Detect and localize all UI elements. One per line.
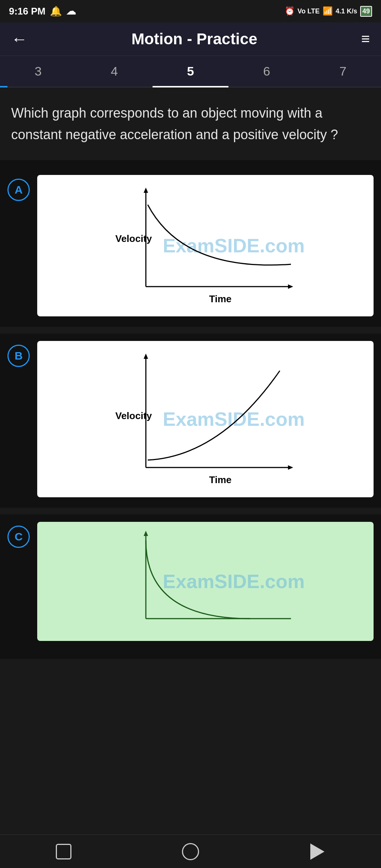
tab-bar: 3 4 5 6 7: [0, 56, 381, 87]
alarm-clock-icon: ⏰: [285, 6, 295, 16]
app-header: ← Motion - Practice ≡: [0, 22, 381, 56]
battery-icon: 49: [360, 6, 372, 17]
question-section: Which graph corresponds to an object mov…: [0, 87, 381, 160]
square-icon: [56, 844, 71, 859]
tab-5[interactable]: 5: [153, 56, 229, 87]
svg-marker-9: [288, 465, 293, 470]
option-a-label: A: [7, 179, 30, 201]
nav-home-button[interactable]: [176, 840, 205, 863]
graph-b-svg: Velocity Time: [45, 348, 366, 490]
svg-text:Time: Time: [209, 474, 231, 485]
svg-text:Velocity: Velocity: [115, 410, 152, 421]
nav-square-button[interactable]: [49, 840, 79, 863]
option-b-label: B: [7, 345, 30, 367]
tab-4[interactable]: 4: [76, 56, 153, 87]
separator-bc: [0, 508, 381, 514]
status-right: ⏰ Vo LTE 📶 4.1 K/s 49: [285, 6, 372, 17]
svg-marker-13: [144, 531, 148, 536]
svg-marker-7: [144, 354, 148, 359]
speed-text: 4.1 K/s: [336, 7, 357, 15]
bottom-spacer: [0, 659, 381, 692]
option-c-graph: ExamSIDE.com: [37, 522, 374, 641]
tab-6[interactable]: 6: [228, 56, 305, 87]
tab-3[interactable]: 3: [0, 56, 76, 87]
svg-marker-1: [144, 188, 148, 193]
tab-7[interactable]: 7: [305, 56, 381, 87]
option-a-block[interactable]: A ExamSIDE.com: [0, 167, 381, 324]
option-b-block[interactable]: B ExamSIDE.com: [0, 334, 381, 505]
time-display: 9:16 PM: [9, 6, 45, 17]
svg-text:Velocity: Velocity: [115, 233, 152, 244]
filter-button[interactable]: ≡: [361, 31, 370, 47]
options-container: A ExamSIDE.com: [0, 160, 381, 659]
option-c-block[interactable]: C ExamSIDE.com: [0, 514, 381, 648]
option-b-graph: ExamSIDE.com Velocity: [37, 341, 374, 497]
signal-icon: 📶: [323, 6, 333, 16]
circle-icon: [182, 843, 199, 860]
svg-text:Time: Time: [209, 293, 231, 304]
triangle-icon: [310, 843, 324, 860]
bottom-navigation: [0, 835, 381, 868]
cloud-icon: ☁: [66, 6, 76, 17]
status-left: 9:16 PM 🔔 ☁: [9, 6, 76, 17]
question-text: Which graph corresponds to an object mov…: [11, 102, 370, 145]
graph-a-svg: Velocity Time: [45, 182, 366, 309]
svg-marker-3: [288, 284, 293, 289]
back-button[interactable]: ←: [11, 30, 28, 48]
graph-c-svg: [45, 529, 366, 634]
separator-ab: [0, 327, 381, 334]
option-c-label: C: [7, 526, 30, 548]
status-bar: 9:16 PM 🔔 ☁ ⏰ Vo LTE 📶 4.1 K/s 49: [0, 0, 381, 22]
nav-back-button[interactable]: [302, 840, 332, 863]
vo-lte-text: Vo LTE: [298, 7, 320, 15]
alarm-icon: 🔔: [50, 6, 62, 17]
page-title: Motion - Practice: [28, 30, 361, 48]
option-a-graph: ExamSIDE.com Velocity: [37, 175, 374, 316]
